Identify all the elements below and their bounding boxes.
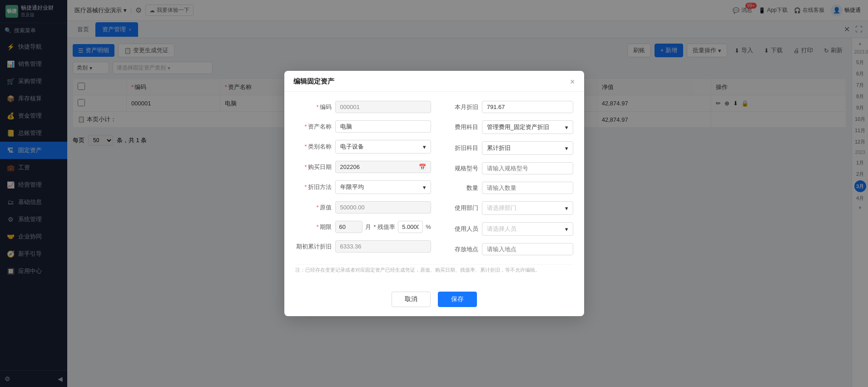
modal-grid: *编码 *资产名称 *类别名称	[295, 101, 573, 263]
form-row-location: 存放地点	[442, 243, 573, 255]
modal-note: 注：已经存在变更记录或者对应固定资产已经生成凭证，原值、购买日期、残值率、累计折…	[295, 264, 573, 279]
form-row-department: 使用部门 请选择部门 ▾	[442, 201, 573, 215]
period-input[interactable]	[335, 221, 362, 233]
dep-subject-value: 累计折旧	[487, 144, 511, 152]
form-row-purchase-date: *购买日期 202206 📅	[295, 161, 431, 173]
code-label: *编码	[295, 103, 332, 111]
person-label: 使用人员	[442, 225, 478, 233]
chevron-down-icon: ▾	[565, 226, 568, 233]
expense-subject-select[interactable]: 管理费用_固定资产折旧 ▾	[482, 120, 573, 134]
category-value: 电子设备	[340, 143, 364, 151]
modal-title: 编辑固定资产	[293, 77, 334, 86]
monthly-dep-label: 本月折旧	[442, 103, 478, 111]
department-select[interactable]: 请选择部门 ▾	[482, 201, 573, 215]
form-row-initial-accumulated: 期初累计折旧	[295, 240, 431, 253]
chevron-down-icon: ▾	[423, 184, 426, 191]
expense-subject-label: 费用科目	[442, 123, 478, 131]
spec-model-input[interactable]	[482, 162, 573, 174]
category-select[interactable]: 电子设备 ▾	[335, 140, 431, 154]
modal-header: 编辑固定资产 ×	[284, 71, 584, 92]
form-row-expense-subject: 费用科目 管理费用_固定资产折旧 ▾	[442, 120, 573, 134]
modal-close-btn[interactable]: ×	[570, 78, 575, 86]
expense-subject-value: 管理费用_固定资产折旧	[487, 123, 549, 131]
period-unit: 月	[365, 223, 371, 231]
period-label: *期限	[295, 223, 332, 231]
modal-right-col: 本月折旧 费用科目 管理费用_固定资产折旧 ▾ 折旧科目	[442, 101, 573, 263]
form-row-dep-subject: 折旧科目 累计折旧 ▾	[442, 141, 573, 155]
spec-model-label: 规格型号	[442, 164, 478, 173]
chevron-down-icon: ▾	[565, 124, 568, 131]
chevron-down-icon: ▾	[423, 144, 426, 150]
department-label: 使用部门	[442, 204, 478, 212]
original-value-label: *原值	[295, 203, 332, 212]
period-group: 月 * 残值率 %	[335, 221, 431, 233]
form-row-person: 使用人员 请选择人员 ▾	[442, 222, 573, 236]
cancel-button[interactable]: 取消	[392, 292, 431, 307]
person-placeholder: 请选择人员	[487, 225, 516, 233]
location-label: 存放地点	[442, 245, 478, 253]
save-button[interactable]: 保存	[438, 292, 477, 307]
chevron-down-icon: ▾	[565, 145, 568, 152]
dep-subject-select[interactable]: 累计折旧 ▾	[482, 141, 573, 155]
form-row-code: *编码	[295, 101, 431, 113]
form-row-monthly-dep: 本月折旧	[442, 101, 573, 113]
initial-accumulated-input[interactable]	[335, 240, 431, 253]
original-value-input[interactable]	[335, 201, 431, 213]
category-label: *类别名称	[295, 143, 332, 151]
dep-method-label: *折旧方法	[295, 183, 332, 191]
form-row-asset-name: *资产名称	[295, 120, 431, 133]
location-input[interactable]	[482, 243, 573, 255]
dep-method-value: 年限平均	[340, 183, 364, 191]
calendar-icon: 📅	[419, 164, 426, 170]
form-row-period: *期限 月 * 残值率 %	[295, 221, 431, 233]
asset-name-label: *资产名称	[295, 123, 332, 131]
edit-asset-modal: 编辑固定资产 × *编码 *资产名称	[284, 71, 584, 316]
department-placeholder: 请选择部门	[487, 204, 516, 212]
quantity-label: 数量	[442, 184, 478, 192]
code-input[interactable]	[335, 101, 431, 113]
modal-overlay[interactable]: 编辑固定资产 × *编码 *资产名称	[0, 0, 868, 387]
asset-name-input[interactable]	[335, 120, 431, 133]
modal-footer: 取消 保存	[284, 286, 584, 316]
person-select[interactable]: 请选择人员 ▾	[482, 222, 573, 236]
dep-method-select[interactable]: 年限平均 ▾	[335, 180, 431, 194]
form-row-spec-model: 规格型号	[442, 162, 573, 174]
purchase-date-label: *购买日期	[295, 163, 332, 171]
form-row-dep-method: *折旧方法 年限平均 ▾	[295, 180, 431, 194]
form-row-quantity: 数量	[442, 182, 573, 194]
monthly-dep-input[interactable]	[482, 101, 573, 113]
purchase-date-input[interactable]: 202206 📅	[335, 161, 431, 173]
purchase-date-value: 202206	[340, 164, 360, 170]
residual-rate-input[interactable]	[398, 221, 423, 233]
dep-subject-label: 折旧科目	[442, 144, 478, 152]
form-row-original-value: *原值	[295, 201, 431, 213]
residual-rate-label: * 残值率	[374, 223, 396, 231]
initial-accumulated-label: 期初累计折旧	[295, 243, 332, 251]
residual-rate-unit: %	[426, 223, 431, 230]
modal-body: *编码 *资产名称 *类别名称	[284, 92, 584, 286]
modal-left-col: *编码 *资产名称 *类别名称	[295, 101, 431, 263]
quantity-input[interactable]	[482, 182, 573, 194]
chevron-down-icon: ▾	[565, 205, 568, 212]
form-row-category: *类别名称 电子设备 ▾	[295, 140, 431, 154]
